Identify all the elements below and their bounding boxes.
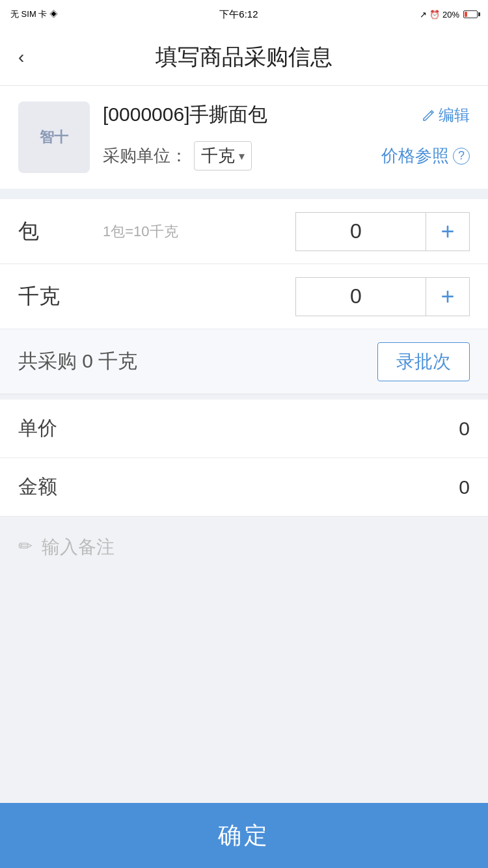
pencil-icon: ✏: [18, 536, 33, 556]
signal-icon: ↗: [420, 10, 427, 20]
unit-label: 采购单位：: [103, 144, 187, 167]
page-title: 填写商品采购信息: [156, 42, 332, 72]
pack-quantity-input[interactable]: [295, 212, 426, 251]
product-header: [0000006]手撕面包 编辑: [103, 102, 470, 128]
total-amount: 0: [82, 350, 93, 372]
product-info: [0000006]手撕面包 编辑 采购单位： 千克 ▾ 价格参照 ?: [103, 102, 470, 170]
confirm-label: 确定: [218, 820, 270, 852]
confirm-button[interactable]: 确定: [0, 803, 488, 868]
batch-button[interactable]: 录批次: [377, 342, 470, 381]
remark-placeholder: 输入备注: [42, 535, 115, 560]
remark-area[interactable]: ✏ 输入备注: [0, 517, 488, 595]
product-card: 智十 [0000006]手撕面包 编辑 采购单位： 千克 ▾: [0, 86, 488, 194]
total-row: 共采购 0 千克 录批次: [0, 329, 488, 394]
pack-sublabel: 1包=10千克: [103, 222, 178, 241]
kg-plus-button[interactable]: +: [426, 277, 470, 316]
battery-icon: [463, 10, 478, 18]
nav-bar: ‹ 填写商品采购信息: [0, 29, 488, 86]
kg-input-group: +: [295, 277, 470, 316]
status-left: 无 SIM 卡 ◈: [10, 8, 58, 20]
amount-value: 0: [459, 476, 470, 498]
status-right: ↗ ⏰ 20%: [420, 10, 478, 20]
status-time: 下午6:12: [219, 8, 258, 21]
divider-2: [0, 394, 488, 400]
back-button[interactable]: ‹: [18, 47, 24, 68]
pack-plus-button[interactable]: +: [426, 212, 470, 251]
edit-button[interactable]: 编辑: [422, 105, 470, 126]
product-logo: 智十: [40, 129, 68, 146]
total-unit: 千克: [98, 350, 137, 372]
product-unit-row: 采购单位： 千克 ▾ 价格参照 ?: [103, 141, 470, 170]
kg-quantity-input[interactable]: [295, 277, 426, 316]
pack-input-group: +: [295, 212, 470, 251]
price-value: 0: [459, 418, 470, 440]
kg-input-row: 千克 +: [0, 264, 488, 329]
unit-select[interactable]: 千克 ▾: [194, 141, 252, 170]
unit-value: 千克: [201, 144, 235, 167]
status-bar: 无 SIM 卡 ◈ 下午6:12 ↗ ⏰ 20%: [0, 0, 488, 29]
price-label: 单价: [18, 415, 57, 442]
amount-label: 金额: [18, 474, 57, 500]
product-name: [0000006]手撕面包: [103, 102, 267, 128]
info-icon: ?: [453, 148, 470, 165]
kg-label: 千克: [18, 282, 96, 311]
divider-1: [0, 194, 488, 199]
chevron-down-icon: ▾: [239, 149, 245, 163]
price-ref-button[interactable]: 价格参照 ?: [381, 144, 470, 167]
product-thumbnail: 智十: [18, 102, 90, 173]
total-text: 共采购 0 千克: [18, 348, 137, 375]
price-row: 单价 0: [0, 400, 488, 458]
price-ref-label: 价格参照: [381, 144, 449, 167]
pack-input-row: 包 1包=10千克 +: [0, 199, 488, 264]
alarm-icon: ⏰: [429, 10, 440, 20]
amount-row: 金额 0: [0, 458, 488, 517]
empty-area: [0, 595, 488, 790]
battery-percent: 20%: [442, 10, 459, 20]
pack-label: 包: [18, 217, 96, 246]
